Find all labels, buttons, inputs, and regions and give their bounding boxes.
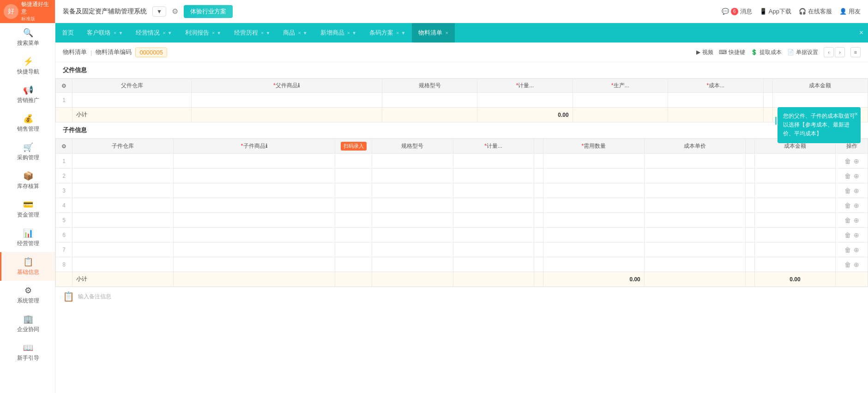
child-row-6-unit-cost[interactable] [644, 228, 745, 242]
nav-next-btn[interactable]: › [835, 47, 845, 57]
tab-goods-close[interactable]: × [298, 30, 301, 36]
delete-icon-row2[interactable]: 🗑 [844, 172, 851, 180]
sidebar-item-inventory[interactable]: 📦 库存核算 [0, 166, 55, 195]
copy-icon-row1[interactable]: ⊕ [854, 157, 859, 165]
toolbar-shortcut[interactable]: ⌨ 快捷键 [719, 48, 745, 56]
child-row-6-spec[interactable] [372, 228, 453, 242]
child-row-6-qty[interactable] [543, 228, 644, 242]
child-row-5-product[interactable] [174, 213, 335, 228]
child-row-3-product[interactable] [174, 183, 335, 198]
child-row-7-product[interactable] [174, 242, 335, 257]
child-row-7-spec[interactable] [372, 242, 453, 257]
toolbar-menu-btn[interactable]: ≡ [850, 47, 861, 57]
child-row-2-unit[interactable] [453, 169, 534, 183]
child-row-4-unit-cost[interactable] [644, 198, 745, 213]
child-row-5-unit[interactable] [453, 213, 534, 228]
child-row-6-warehouse[interactable] [72, 228, 174, 242]
nav-prev-btn[interactable]: ‹ [824, 47, 834, 57]
close-all-tabs[interactable]: × [855, 29, 868, 37]
sidebar-item-system[interactable]: ⚙ 系统管理 [0, 281, 55, 309]
message-button[interactable]: 💬 6 消息 [722, 7, 752, 16]
parent-product-cell[interactable] [192, 93, 382, 108]
child-row-6-unit[interactable] [453, 228, 534, 242]
parent-batch-cell[interactable] [573, 93, 668, 108]
tab-bom-close[interactable]: × [445, 30, 448, 36]
child-row-3-unit[interactable] [453, 183, 534, 198]
sidebar-item-search[interactable]: 🔍 搜索菜单 [0, 23, 55, 52]
child-row-1-warehouse[interactable] [72, 154, 174, 169]
scan-button[interactable]: 扫码录入 [341, 142, 367, 151]
child-row-6-product[interactable] [174, 228, 335, 242]
child-row-8-unit-cost[interactable] [644, 257, 745, 272]
child-row-2-unit-cost[interactable] [644, 169, 745, 183]
child-row-5-qty[interactable] [543, 213, 644, 228]
child-row-2-product[interactable] [174, 169, 335, 183]
copy-icon-row7[interactable]: ⊕ [854, 246, 859, 254]
sidebar-item-sales[interactable]: 💰 销售管理 [0, 109, 55, 138]
delete-icon-row3[interactable]: 🗑 [844, 187, 851, 194]
note-placeholder[interactable]: 输入备注信息 [78, 293, 111, 301]
copy-icon-row2[interactable]: ⊕ [854, 172, 859, 180]
child-row-7-warehouse[interactable] [72, 242, 174, 257]
child-row-5-spec[interactable] [372, 213, 453, 228]
tab-goods[interactable]: 商品 × ▼ [277, 23, 313, 42]
user-menu[interactable]: 👤 用友 [839, 7, 861, 16]
child-row-4-product[interactable] [174, 198, 335, 213]
child-row-3-spec[interactable] [372, 183, 453, 198]
sidebar-item-guide[interactable]: 📖 新手引导 [0, 338, 55, 367]
tab-home[interactable]: 首页 [55, 23, 80, 42]
sidebar-item-finance[interactable]: 💳 资金管理 [0, 195, 55, 224]
tab-new-goods[interactable]: 新增商品 × ▼ [314, 23, 363, 42]
child-row-1-unit-cost[interactable] [644, 154, 745, 169]
copy-icon-row4[interactable]: ⊕ [854, 202, 859, 209]
delete-icon-row1[interactable]: 🗑 [844, 157, 851, 165]
child-row-2-warehouse[interactable] [72, 169, 174, 183]
tab-new-goods-close[interactable]: × [347, 30, 350, 36]
sidebar-item-operations[interactable]: 📊 经营管理 [0, 224, 55, 252]
trial-button[interactable]: 体验行业方案 [184, 5, 233, 18]
child-row-8-qty[interactable] [543, 257, 644, 272]
child-row-1-spec[interactable] [372, 154, 453, 169]
child-row-2-qty[interactable] [543, 169, 644, 183]
breadcrumb-item-1[interactable]: 物料清单 [63, 48, 87, 56]
child-row-5-unit-cost[interactable] [644, 213, 745, 228]
copy-icon-row8[interactable]: ⊕ [854, 261, 859, 268]
settings-icon[interactable]: ⚙ [172, 7, 178, 16]
delete-icon-row6[interactable]: 🗑 [844, 231, 851, 239]
child-row-3-unit-cost[interactable] [644, 183, 745, 198]
system-dropdown[interactable]: ▼ [152, 6, 166, 17]
child-row-7-qty[interactable] [543, 242, 644, 257]
child-row-7-unit[interactable] [453, 242, 534, 257]
child-row-5-warehouse[interactable] [72, 213, 174, 228]
copy-icon-row6[interactable]: ⊕ [854, 231, 859, 239]
tab-profit-close[interactable]: × [212, 30, 215, 36]
tab-profit[interactable]: 利润报告 × ▼ [179, 23, 228, 42]
parent-unit-cell[interactable] [477, 93, 573, 108]
child-row-3-qty[interactable] [543, 183, 644, 198]
child-row-8-warehouse[interactable] [72, 257, 174, 272]
child-row-4-warehouse[interactable] [72, 198, 174, 213]
toolbar-video[interactable]: ▶ 视频 [696, 48, 713, 56]
child-row-4-qty[interactable] [543, 198, 644, 213]
sidebar-item-enterprise[interactable]: 🏢 企业协同 [0, 309, 55, 338]
copy-icon-row3[interactable]: ⊕ [854, 187, 859, 194]
copy-icon-row5[interactable]: ⊕ [854, 217, 859, 224]
toolbar-extract-cost[interactable]: 💲 提取成本 [751, 48, 782, 56]
sidebar-item-basic-info[interactable]: 📋 基础信息 [0, 252, 55, 281]
child-row-4-spec[interactable] [372, 198, 453, 213]
parent-spec-cell[interactable] [382, 93, 477, 108]
child-row-2-spec[interactable] [372, 169, 453, 183]
child-row-8-product[interactable] [174, 257, 335, 272]
th-scan[interactable]: 扫码录入 [335, 139, 372, 154]
app-download-button[interactable]: 📱 App下载 [760, 7, 791, 16]
child-row-8-spec[interactable] [372, 257, 453, 272]
parent-warehouse-cell[interactable] [72, 93, 192, 108]
tab-operations[interactable]: 经营情况 × ▼ [129, 23, 178, 42]
child-row-7-unit-cost[interactable] [644, 242, 745, 257]
child-row-1-product[interactable] [174, 154, 335, 169]
child-row-4-unit[interactable] [453, 198, 534, 213]
child-row-3-warehouse[interactable] [72, 183, 174, 198]
tab-history[interactable]: 经营历程 × ▼ [228, 23, 277, 42]
tab-barcode[interactable]: 条码方案 × ▼ [363, 23, 412, 42]
tab-bom[interactable]: 物料清单 × [412, 23, 454, 42]
